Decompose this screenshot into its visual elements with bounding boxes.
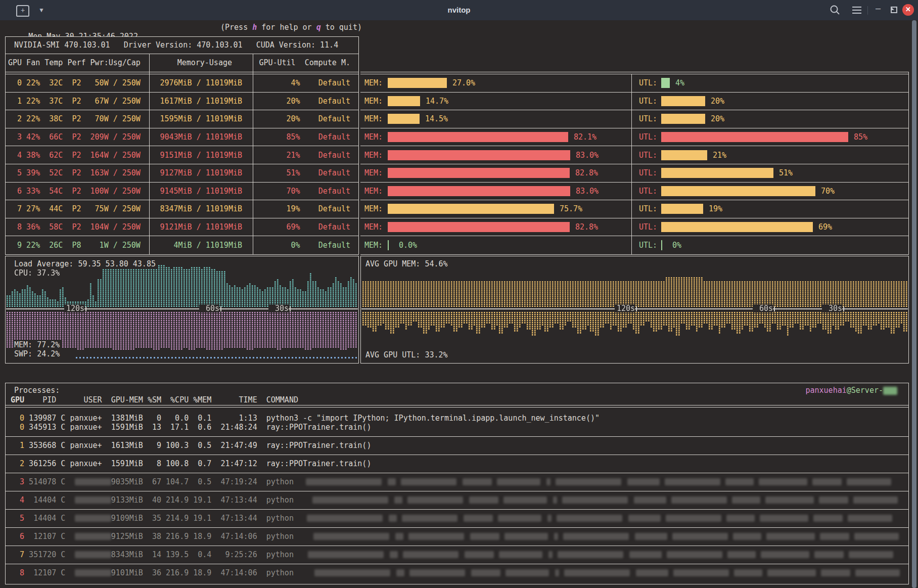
mem-gauge-value: 82.8%: [575, 168, 598, 177]
redacted-command-segment: [666, 515, 721, 522]
gpu-table-row[interactable]: 1 22% 37C P2 67W / 250W 1617MiB / 11019M…: [6, 92, 358, 110]
redacted-command-segment: [314, 569, 390, 576]
process-row-text: 351720 C 8343MiB 14 139.5 0.4 9:25:26 py…: [24, 550, 294, 559]
process-row[interactable]: 6 12107 C 9125MiB 38 216.9 18.9 47:14:06…: [11, 532, 294, 541]
redacted-command-segment: [635, 533, 667, 540]
utl-gauge-label: UTL:: [639, 78, 657, 87]
utl-gauge-bar: [661, 204, 703, 214]
close-button[interactable]: ✕: [902, 4, 914, 16]
process-row-text: 12107 C 9101MiB 36 216.9 18.9 47:14:06 p…: [24, 568, 294, 577]
gpu-table-row[interactable]: 2 22% 38C P2 70W / 250W 1595MiB / 11019M…: [6, 110, 358, 128]
redacted-command-segment: [853, 496, 898, 504]
utl-gauge-bar: [661, 114, 705, 124]
process-group-separator: [6, 509, 908, 510]
process-row[interactable]: 4 14404 C 9133MiB 40 214.9 19.1 47:13:44…: [11, 495, 294, 505]
gpu-table-row[interactable]: 5 39% 52C P2 163W / 250W 9127MiB / 11019…: [6, 164, 358, 182]
mem-gauge-bar: [388, 240, 389, 250]
process-rows: 0 139987 C panxue+ 1381MiB 0 0.0 0.1 1:1…: [6, 383, 908, 584]
redacted-command-segment: [471, 569, 500, 576]
redacted-command-segment: [667, 551, 722, 558]
redacted-command-segment: [497, 478, 540, 485]
axis-label-120s: 120s: [615, 304, 635, 312]
redacted-command-segment: [403, 551, 458, 558]
hamburger-menu-icon[interactable]: [851, 6, 863, 18]
utl-gauge-label: UTL:: [639, 222, 657, 232]
process-row-text: 361256 C panxue+ 1591MiB 8 100.8 0.7 21:…: [24, 459, 371, 468]
axis-label-30s: 30s: [268, 304, 289, 312]
gpu-graph-panel: AVG GPU MEM: 54.6% 120s 60s 30s AVG GPU …: [360, 256, 909, 364]
redacted-command-segment: [760, 515, 808, 522]
utl-gauge-label: UTL:: [639, 204, 657, 213]
redacted-command-segment: [553, 496, 557, 504]
utl-gauge-bar: [661, 186, 815, 196]
process-row[interactable]: 7 351720 C 8343MiB 14 139.5 0.4 9:25:26 …: [11, 550, 294, 559]
mem-label: MEM: 77.2%: [14, 340, 62, 349]
gpu-table-row[interactable]: 3 42% 66C P2 209W / 250W 9043MiB / 11019…: [6, 128, 358, 146]
mem-gauge-bar: [388, 204, 554, 214]
mem-gauge-value: 14.7%: [426, 97, 448, 106]
redacted-command-segment: [812, 478, 842, 485]
redacted-command-segment: [627, 478, 660, 485]
process-row[interactable]: 0 345913 C panxue+ 1591MiB 13 17.1 0.6 2…: [11, 423, 371, 432]
gpu-table-row[interactable]: 7 27% 44C P2 75W / 250W 8347MiB / 11019M…: [6, 200, 358, 218]
gpu-stats: 6 33% 54C P2 100W / 250W: [8, 187, 141, 196]
redacted-command-segment: [847, 478, 891, 485]
process-row[interactable]: 5 14404 C 9109MiB 35 214.9 19.1 47:13:44…: [11, 514, 294, 523]
redacted-command-segment: [390, 551, 398, 558]
redacted-command-segment: [726, 515, 755, 522]
process-row-text: 514078 C 9035MiB 67 104.7 0.5 47:19:24 p…: [24, 477, 294, 486]
gauge-row: MEM: 27.0% UTL: 4%: [360, 74, 908, 92]
gpu-stats: 4 38% 62C P2 164W / 250W: [8, 151, 141, 160]
mem-gauge-bar: [388, 78, 447, 88]
mem-gauge-label: MEM:: [364, 222, 383, 232]
terminal-scrollbar[interactable]: [912, 20, 916, 588]
mem-gauge-bar: [388, 222, 570, 232]
restore-button[interactable]: [891, 7, 903, 19]
gpu-memory: 8347MiB / 11019MiB: [160, 204, 242, 213]
gpu-table-row[interactable]: 4 38% 62C P2 164W / 250W 9151MiB / 11019…: [6, 146, 358, 164]
gauge-row: MEM: 14.7% UTL: 20%: [360, 92, 908, 110]
gpu-memory: 9127MiB / 11019MiB: [160, 168, 242, 177]
utl-gauge-label: UTL:: [639, 187, 657, 196]
mem-gauge-value: 0.0%: [399, 241, 417, 250]
gpu-stats: 3 42% 66C P2 209W / 250W: [8, 132, 141, 142]
process-row[interactable]: 2 361256 C panxue+ 1591MiB 8 100.8 0.7 2…: [11, 459, 371, 468]
swp-label: SWP: 24.2%: [14, 349, 62, 358]
redacted-command-segment: [407, 496, 463, 504]
process-row-text: 139987 C panxue+ 1381MiB 0 0.0 0.1 1:13 …: [24, 414, 600, 423]
search-icon[interactable]: [829, 4, 841, 16]
process-row-text: 345913 C panxue+ 1591MiB 13 17.1 0.6 21:…: [24, 423, 371, 432]
process-row[interactable]: 3 514078 C 9035MiB 67 104.7 0.5 47:19:24…: [11, 477, 294, 486]
redacted-command-segment: [634, 496, 666, 504]
process-row[interactable]: 1 353668 C panxue+ 1613MiB 9 100.3 0.5 2…: [11, 441, 371, 450]
gauge-divider: [631, 74, 632, 254]
process-row[interactable]: 8 12107 C 9101MiB 36 216.9 18.9 47:14:06…: [11, 568, 294, 577]
mem-gauge-label: MEM:: [364, 97, 383, 106]
gpu-table-row[interactable]: 0 22% 32C P2 50W / 250W 2976MiB / 11019M…: [6, 74, 358, 92]
redacted-user: [75, 569, 111, 576]
redacted-command-segment: [499, 551, 542, 558]
utl-gauge-bar: [661, 240, 662, 250]
mem-gauge-bar: [388, 132, 568, 142]
minimize-button[interactable]: –: [876, 3, 888, 15]
col-header-gpu: GPU Fan Temp Perf Pwr:Usg/Cap: [8, 58, 141, 67]
process-row[interactable]: 0 139987 C panxue+ 1381MiB 0 0.0 0.1 1:1…: [11, 414, 600, 423]
gauge-row: MEM: 0.0% UTL: 0%: [360, 236, 908, 254]
mem-gauge-bar: [388, 96, 420, 106]
process-group-separator: [6, 491, 908, 491]
gpu-util-mode: 19% Default: [282, 204, 350, 213]
utl-gauge-bar: [661, 132, 848, 142]
gpu-table-row[interactable]: 8 36% 58C P2 104W / 250W 9121MiB / 11019…: [6, 218, 358, 236]
redacted-command-segment: [628, 515, 661, 522]
gpu-table-row[interactable]: 6 33% 54C P2 100W / 250W 9145MiB / 11019…: [6, 182, 358, 200]
gpu-memory: 4MiB / 11019MiB: [160, 241, 242, 250]
utl-gauge-value: 85%: [854, 132, 867, 142]
gpu-stats: 5 39% 52C P2 163W / 250W: [8, 168, 141, 177]
driver-info: NVIDIA-SMI 470.103.01 Driver Version: 47…: [6, 37, 358, 54]
utl-gauge-value: 70%: [821, 187, 835, 196]
process-gpu-index: 4: [11, 495, 24, 505]
load-average-label: Load Average: 59.35 53.80 43.85: [14, 259, 158, 268]
redacted-command-segment: [409, 569, 465, 576]
gpu-memory: 9145MiB / 11019MiB: [160, 187, 242, 196]
gpu-table-row[interactable]: 9 22% 26C P8 1W / 250W 4MiB / 11019MiB 0…: [6, 236, 358, 254]
